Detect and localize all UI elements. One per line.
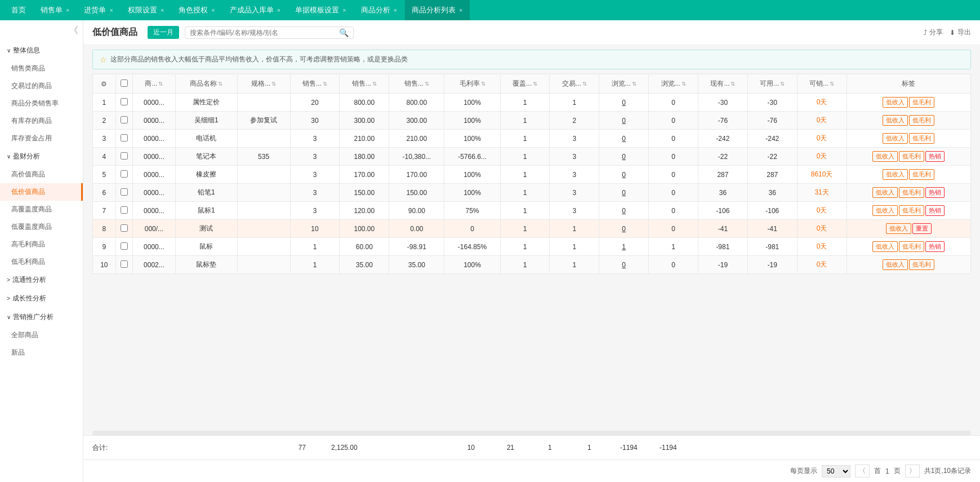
sort-icon[interactable]: ⇅ (481, 81, 485, 87)
close-icon[interactable]: × (277, 7, 280, 14)
browse-link[interactable]: 0 (622, 207, 626, 215)
row-coverage: 1 (500, 130, 550, 148)
row-checkbox[interactable] (121, 242, 128, 250)
page-title: 低价值商品 (92, 26, 137, 38)
sidebar-section-title-profit[interactable]: ∨ 盈财分析 (0, 147, 83, 166)
col-coverage: 覆盖...⇅ (500, 74, 550, 94)
row-sales-qty: 3 (290, 166, 340, 184)
row-checkbox[interactable] (121, 188, 128, 196)
search-input[interactable] (190, 29, 337, 37)
sidebar-item-stock-goods[interactable]: 有库存的商品 (0, 112, 83, 130)
col-settings[interactable]: ⚙ (93, 74, 116, 94)
nav-home[interactable]: 首页 (5, 0, 33, 20)
close-icon[interactable]: × (66, 7, 69, 14)
sort-icon[interactable]: ⇅ (271, 81, 276, 87)
select-all-checkbox[interactable] (121, 79, 128, 87)
sidebar-item-new-goods[interactable]: 新品 (0, 344, 83, 361)
row-saleable: 31天 (797, 184, 847, 202)
row-checkbox[interactable] (121, 260, 128, 268)
search-icon[interactable]: 🔍 (339, 28, 349, 37)
sidebar-item-traded-goods[interactable]: 交易过的商品 (0, 77, 83, 95)
nav-tab-roles[interactable]: 角色授权 × (172, 0, 221, 20)
row-checkbox[interactable] (121, 152, 128, 160)
sidebar-item-all-goods[interactable]: 全部商品 (0, 326, 83, 344)
sort-icon[interactable]: ⇅ (632, 81, 636, 87)
nav-tab-warehouse[interactable]: 产成品入库单 × (223, 0, 287, 20)
nav-tab-permissions[interactable]: 权限设置 × (121, 0, 171, 20)
first-page-button[interactable]: 〈 (855, 465, 870, 477)
close-icon[interactable]: × (211, 7, 215, 14)
sort-icon[interactable]: ⇅ (425, 81, 429, 87)
browse-link[interactable]: 0 (622, 135, 626, 143)
sidebar-section-growth: > 成长性分析 (0, 289, 83, 308)
sidebar-item-high-margin[interactable]: 高毛利商品 (0, 236, 83, 253)
sort-icon[interactable]: ⇅ (323, 81, 327, 87)
sidebar-collapse-button[interactable]: 《 (69, 25, 78, 37)
row-checkbox[interactable] (121, 116, 128, 123)
share-button[interactable]: ⤴ 分享 (924, 28, 943, 37)
sort-icon[interactable]: ⇅ (158, 81, 163, 87)
nav-tab-purchase[interactable]: 进货单 × (77, 0, 119, 20)
sidebar-section-title-liquidity[interactable]: > 流通性分析 (0, 271, 83, 289)
nav-tab-template[interactable]: 单据模板设置 × (288, 0, 353, 20)
browse-link[interactable]: 0 (622, 171, 626, 179)
sort-icon[interactable]: ⇅ (533, 81, 537, 87)
close-icon[interactable]: × (394, 7, 397, 14)
sidebar-item-high-coverage[interactable]: 高覆盖度商品 (0, 201, 83, 218)
sort-icon[interactable]: ⇅ (372, 81, 377, 87)
browse-link[interactable]: 0 (622, 225, 626, 233)
next-page-button[interactable]: 〉 (905, 465, 920, 477)
arrow-icon: ∨ (7, 314, 11, 320)
sidebar-item-stock-capital[interactable]: 库存资金占用 (0, 130, 83, 147)
browse-link[interactable]: 0 (622, 261, 626, 269)
sort-icon[interactable]: ⇅ (830, 81, 834, 87)
browse-link[interactable]: 0 (622, 189, 626, 197)
tag-badge: 低收入 (886, 223, 911, 234)
row-sales-cost: 210.00 (389, 130, 444, 148)
close-icon[interactable]: × (459, 7, 462, 14)
row-checkbox[interactable] (121, 206, 128, 214)
sort-icon[interactable]: ⇅ (681, 81, 686, 87)
browse-link[interactable]: 0 (622, 117, 626, 125)
table-row: 6 0000... 铅笔1 3 150.00 150.00 100% 1 3 0… (93, 184, 971, 202)
row-checkbox[interactable] (121, 98, 128, 105)
row-name: 电话机 (176, 130, 237, 148)
row-sales-amt: 120.00 (340, 202, 389, 220)
sort-icon[interactable]: ⇅ (780, 81, 785, 87)
browse-link[interactable]: 0 (622, 153, 626, 161)
export-button[interactable]: ⬇ 导出 (950, 28, 971, 37)
table-row: 7 0000... 鼠标1 3 120.00 90.00 75% 1 3 0 0… (93, 202, 971, 220)
row-name: 鼠标 (176, 238, 237, 256)
nav-tab-product-analysis-list[interactable]: 商品分析列表 × (405, 0, 469, 20)
browse-link[interactable]: 0 (622, 99, 626, 107)
sort-icon[interactable]: ⇅ (218, 81, 222, 87)
sidebar-item-low-value[interactable]: 低价值商品 (0, 183, 83, 201)
sort-icon[interactable]: ⇅ (582, 81, 587, 87)
row-checkbox[interactable] (121, 224, 128, 232)
sidebar-section-title-overall[interactable]: ∨ 整体信息 (0, 41, 83, 60)
row-browse1: 0 (599, 220, 649, 238)
nav-tab-sales[interactable]: 销售单 × (34, 0, 76, 20)
close-icon[interactable]: × (161, 7, 164, 14)
row-checkbox[interactable] (121, 170, 128, 178)
date-filter-button[interactable]: 近一月 (148, 26, 179, 39)
nav-tab-product-analysis[interactable]: 商品分析 × (354, 0, 404, 20)
tag-badge: 重置 (912, 223, 932, 234)
per-page-select[interactable]: 50 10 20 100 (822, 465, 850, 477)
sidebar-item-low-margin[interactable]: 低毛利商品 (0, 253, 83, 271)
sidebar-item-sales-goods[interactable]: 销售类商品 (0, 60, 83, 77)
col-available: 可用...⇅ (747, 74, 797, 94)
sidebar-item-low-coverage[interactable]: 低覆盖度商品 (0, 218, 83, 236)
sidebar-item-high-value[interactable]: 高价值商品 (0, 166, 83, 183)
sort-icon[interactable]: ⇅ (730, 81, 735, 87)
browse-link[interactable]: 1 (622, 243, 626, 251)
table-row: 2 0000... 吴细细1 参加复试 30 300.00 300.00 100… (93, 112, 971, 130)
close-icon[interactable]: × (109, 7, 113, 14)
table-row: 4 0000... 笔记本 535 3 180.00 -10,380... -5… (93, 148, 971, 166)
sidebar-item-category-rate[interactable]: 商品分类销售率 (0, 95, 83, 112)
close-icon[interactable]: × (342, 7, 346, 14)
sidebar-section-title-growth[interactable]: > 成长性分析 (0, 289, 83, 308)
sidebar-section-title-marketing[interactable]: ∨ 营销推广分析 (0, 308, 83, 326)
row-checkbox[interactable] (121, 134, 128, 141)
row-sales-qty: 3 (290, 130, 340, 148)
